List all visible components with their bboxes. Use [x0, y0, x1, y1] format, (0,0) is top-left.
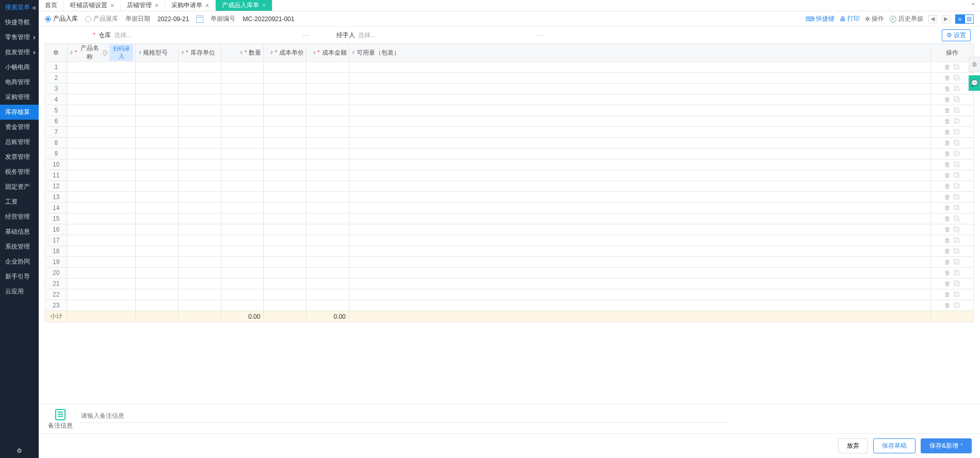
cell[interactable]: [221, 181, 264, 192]
print-button[interactable]: 🖶打印: [840, 14, 860, 23]
cell[interactable]: [307, 149, 349, 159]
cell[interactable]: [264, 203, 307, 214]
cell[interactable]: [349, 73, 931, 84]
copy-icon[interactable]: ⿻: [954, 139, 960, 146]
cell[interactable]: [179, 62, 221, 73]
cell[interactable]: [67, 235, 136, 246]
table-row[interactable]: 4🗑⿻: [45, 94, 974, 105]
delete-icon[interactable]: 🗑: [944, 139, 951, 146]
sidebar-settings[interactable]: ⚙: [0, 444, 39, 458]
table-row[interactable]: 20🗑⿻: [45, 268, 974, 279]
col-qty[interactable]: ▲▼*数量: [221, 44, 264, 62]
cell[interactable]: [349, 62, 931, 73]
close-icon[interactable]: ×: [155, 2, 158, 9]
warehouse-input[interactable]: 选择...: [114, 31, 300, 40]
cell[interactable]: [264, 105, 307, 116]
history-prev[interactable]: ◀: [928, 15, 937, 23]
cell[interactable]: [264, 192, 307, 203]
cell[interactable]: [136, 170, 179, 181]
cell[interactable]: [307, 257, 349, 268]
delete-icon[interactable]: 🗑: [944, 204, 951, 211]
cell[interactable]: [136, 235, 179, 246]
cell[interactable]: [221, 300, 264, 311]
handler-field[interactable]: 经手人 选择... ···: [336, 31, 543, 40]
copy-icon[interactable]: ⿻: [954, 204, 960, 211]
cell[interactable]: [136, 149, 179, 159]
sort-icon[interactable]: ▲▼: [351, 51, 356, 55]
tab-0[interactable]: 首页: [39, 0, 64, 11]
cell[interactable]: [67, 214, 136, 224]
cell[interactable]: [349, 116, 931, 127]
copy-icon[interactable]: ⿻: [954, 74, 960, 81]
cell[interactable]: [264, 127, 307, 138]
view-list[interactable]: ≡: [955, 14, 965, 24]
cell[interactable]: [179, 138, 221, 149]
cell[interactable]: [67, 62, 136, 73]
copy-icon[interactable]: ⿻: [954, 183, 960, 190]
delete-icon[interactable]: 🗑: [944, 128, 951, 136]
save-new-button[interactable]: 保存&新增˄: [921, 438, 972, 453]
cell[interactable]: [136, 116, 179, 127]
col-amount[interactable]: ▲▼*成本金额: [307, 44, 349, 62]
cell[interactable]: [136, 127, 179, 138]
copy-icon[interactable]: ⿻: [954, 63, 960, 71]
sort-icon[interactable]: ▲▼: [138, 51, 142, 55]
cell[interactable]: [67, 73, 136, 84]
sidebar-item-9[interactable]: 发票管理: [0, 150, 39, 165]
table-row[interactable]: 3🗑⿻: [45, 84, 974, 94]
cell[interactable]: [221, 203, 264, 214]
table-row[interactable]: 22🗑⿻: [45, 289, 974, 300]
cell[interactable]: [349, 235, 931, 246]
cell[interactable]: [136, 246, 179, 257]
cell[interactable]: [307, 94, 349, 105]
table-row[interactable]: 12🗑⿻: [45, 181, 974, 192]
doc-date-value[interactable]: 2022-09-21: [157, 15, 189, 23]
delete-icon[interactable]: 🗑: [944, 161, 951, 168]
help-icon[interactable]: ?: [103, 50, 108, 56]
sidebar-item-14[interactable]: 基础信息: [0, 224, 39, 239]
cell[interactable]: [221, 94, 264, 105]
cell[interactable]: [349, 203, 931, 214]
cell[interactable]: [67, 192, 136, 203]
cell[interactable]: [136, 181, 179, 192]
cell[interactable]: [136, 192, 179, 203]
cell[interactable]: [264, 116, 307, 127]
cell[interactable]: [179, 105, 221, 116]
cell[interactable]: [307, 138, 349, 149]
cell[interactable]: [307, 73, 349, 84]
table-settings-button[interactable]: ⚙设置: [942, 29, 971, 41]
cell[interactable]: [307, 170, 349, 181]
cell[interactable]: [136, 84, 179, 94]
cell[interactable]: [264, 235, 307, 246]
delete-icon[interactable]: 🗑: [944, 215, 951, 222]
cell[interactable]: [136, 94, 179, 105]
delete-icon[interactable]: 🗑: [944, 63, 951, 71]
delete-icon[interactable]: 🗑: [944, 248, 951, 255]
cell[interactable]: [67, 127, 136, 138]
table-row[interactable]: 11🗑⿻: [45, 170, 974, 181]
cell[interactable]: [179, 159, 221, 170]
cell[interactable]: [221, 289, 264, 300]
sidebar-item-13[interactable]: 经营管理: [0, 209, 39, 224]
cell[interactable]: [307, 268, 349, 279]
cell[interactable]: [179, 149, 221, 159]
cell[interactable]: [136, 214, 179, 224]
warehouse-field[interactable]: * 仓库 选择... ···: [93, 31, 310, 40]
cell[interactable]: [264, 289, 307, 300]
warehouse-more[interactable]: ···: [303, 31, 310, 39]
cell[interactable]: [67, 203, 136, 214]
cell[interactable]: [179, 235, 221, 246]
col-avail[interactable]: ▲▼可用量（包装）: [349, 44, 931, 62]
table-row[interactable]: 15🗑⿻: [45, 214, 974, 224]
table-row[interactable]: 13🗑⿻: [45, 192, 974, 203]
tabs-collapse-button[interactable]: ⌃: [968, 0, 979, 11]
cell[interactable]: [67, 246, 136, 257]
cell[interactable]: [349, 138, 931, 149]
col-spec[interactable]: ▲▼规格型号: [136, 44, 179, 62]
cell[interactable]: [136, 300, 179, 311]
sort-icon[interactable]: ▲▼: [239, 51, 244, 55]
cell[interactable]: [179, 203, 221, 214]
col-price[interactable]: ▲▼*成本单价: [264, 44, 307, 62]
sidebar-item-4[interactable]: 电商管理: [0, 75, 39, 90]
cell[interactable]: [221, 159, 264, 170]
